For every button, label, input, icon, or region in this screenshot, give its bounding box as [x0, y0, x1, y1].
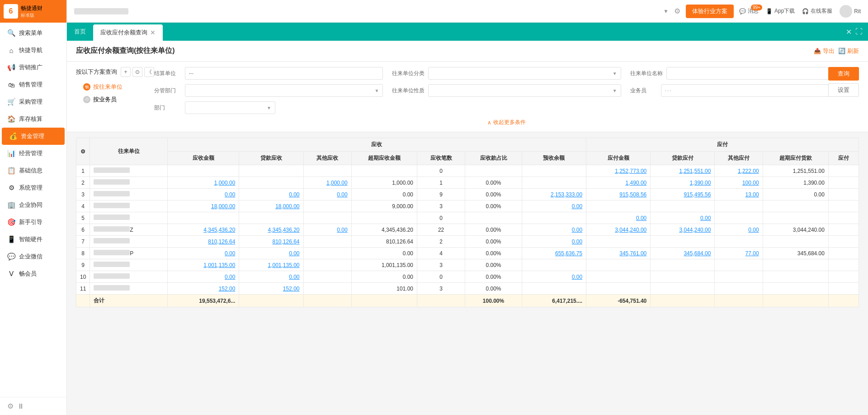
loan-recv-cell	[239, 165, 303, 177]
export-icon: 📤	[814, 48, 821, 54]
row-num: 2	[76, 177, 90, 189]
other-pay-cell: 0.00	[715, 224, 763, 236]
scheme-by-salesperson[interactable]: ⏱ 按业务员	[80, 94, 154, 105]
overdue-pay-cell	[763, 200, 828, 212]
partner-nature-arrow-icon: ▼	[613, 88, 617, 93]
topbar-msg[interactable]: 💬 消息 99+	[739, 7, 759, 15]
footer-recv-ratio: 100.00%	[465, 295, 522, 307]
topbar-gear-icon[interactable]: ⚙	[674, 7, 680, 15]
sidebar-item-system[interactable]: ⚙ 系统管理	[0, 179, 66, 196]
sidebar-item-inventory[interactable]: 🏠 库存核算	[0, 110, 66, 128]
sidebar-item-search[interactable]: 🔍 搜索菜单	[0, 24, 66, 42]
th-payable-group: 应付	[586, 138, 859, 152]
pay-suffix-cell	[828, 177, 859, 189]
other-pay-cell: 77.00	[715, 248, 763, 259]
sidebar-item-basic[interactable]: 📋 基础信息	[0, 162, 66, 179]
system-icon: ⚙	[7, 184, 15, 192]
solution-button[interactable]: 体验行业方案	[686, 5, 734, 18]
recv-count-cell: 2	[417, 236, 465, 248]
pay-suffix-cell	[828, 248, 859, 259]
th-prepay-bal: 预收余额	[522, 152, 586, 165]
overdue-pay-cell	[763, 236, 828, 248]
sidebar-item-operation[interactable]: 📊 经营管理	[0, 145, 66, 162]
settings-footer-btn[interactable]: ⚙	[7, 402, 14, 410]
refresh-button[interactable]: 🔄 刷新	[838, 47, 859, 55]
edit-scheme-btn[interactable]: ⊙	[132, 67, 142, 77]
table-footer-row: 合计 19,553,472,6... 100.00% 6,417,215....…	[76, 295, 859, 307]
prepay-bal-cell	[522, 212, 586, 224]
finance-icon: 💰	[9, 132, 17, 140]
salesperson-label: 业务员	[630, 87, 657, 95]
sidebar-item-quicknav[interactable]: ⌂ 快捷导航	[0, 42, 66, 59]
settings-button[interactable]: 设置	[828, 83, 859, 97]
partner-cell	[90, 283, 167, 295]
overdue-recv-cell: 101.00	[351, 283, 417, 295]
recv-ratio-cell: 0.00%	[465, 248, 522, 259]
sidebar-item-guide[interactable]: 🎯 新手引导	[0, 214, 66, 231]
table-settings-icon[interactable]: ⚙	[80, 148, 85, 155]
home-icon: ⌂	[7, 47, 15, 54]
filter-collapse-btn[interactable]: ∧ 收起更多条件	[154, 119, 859, 126]
tab-maximize-icon[interactable]: ⛶	[855, 28, 863, 36]
other-pay-cell	[715, 212, 763, 224]
footer-prepay-bal: 6,417,215....	[522, 295, 586, 307]
sidebar-item-label: 新手引导	[19, 218, 42, 226]
sidebar-item-hardware[interactable]: 📱 智能硬件	[0, 231, 66, 248]
topbar-service[interactable]: 🎧 在线客服	[802, 7, 832, 15]
other-recv-cell	[303, 283, 351, 295]
user-avatar	[840, 5, 852, 18]
tab-receivable-query[interactable]: 应收应付余额查询 ✕	[93, 24, 163, 41]
partner-category-arrow-icon: ▼	[613, 71, 617, 76]
sidebar-item-label: 搜索菜单	[19, 29, 42, 37]
partner-category-input[interactable]: ▼	[428, 67, 621, 80]
add-scheme-btn[interactable]: +	[121, 67, 131, 77]
pay-amt-cell: 1,490.00	[586, 177, 651, 189]
branch-dept-input[interactable]: ▼	[185, 84, 383, 97]
loan-recv-cell: 0.00	[239, 189, 303, 200]
query-button[interactable]: 查询	[828, 67, 859, 81]
filter-row-2: 分管部门 ▼ 往来单位性质 ▼	[154, 84, 859, 97]
partner-category-label: 往来单位分类	[392, 70, 425, 77]
overdue-pay-cell	[763, 283, 828, 295]
partner-cell	[90, 177, 167, 189]
prepay-bal-cell: 655,636.75	[522, 248, 586, 259]
filter-header-btns: + ⊙ 《	[121, 67, 154, 77]
footer-settings-cell	[76, 295, 90, 307]
recv-count-cell: 3	[417, 259, 465, 271]
topbar-app[interactable]: 📱 App下载	[766, 7, 795, 15]
tab-close-icon[interactable]: ✕	[150, 29, 156, 36]
topbar-user[interactable]: Rit	[840, 5, 861, 18]
tab-home-label: 首页	[74, 28, 86, 36]
sidebar-item-finance[interactable]: 💰 资金管理	[2, 128, 65, 145]
loan-recv-cell: 18,000.00	[239, 200, 303, 212]
tab-home[interactable]: 首页	[67, 23, 93, 41]
other-recv-cell: 0.00	[303, 189, 351, 200]
topbar-dropdown-icon[interactable]: ▼	[663, 8, 669, 14]
row-num: 1	[76, 165, 90, 177]
pay-amt-cell: 1,252,773.00	[586, 165, 651, 177]
sidebar-item-member[interactable]: Ⅴ 畅会员	[0, 265, 66, 282]
sidebar-item-marketing[interactable]: 📢 营销推广	[0, 59, 66, 76]
sidebar-item-sales[interactable]: 🛍 销售管理	[0, 76, 66, 93]
sidebar-item-weixin[interactable]: 💬 企业微信	[0, 248, 66, 265]
tab-close-window-icon[interactable]: ✕	[846, 28, 852, 36]
partner-nature-input[interactable]: ▼	[428, 84, 621, 97]
sidebar-item-enterprise[interactable]: 🏢 企业协同	[0, 196, 66, 214]
more-scheme-btn[interactable]: 《	[144, 67, 154, 77]
service-label: 在线客服	[811, 7, 832, 15]
export-button[interactable]: 📤 导出	[814, 47, 835, 55]
department-input[interactable]: ▼	[185, 101, 275, 114]
scheme-by-partner[interactable]: 畅 按往来单位	[80, 81, 154, 92]
sidebar-item-purchase[interactable]: 🛒 采购管理	[0, 93, 66, 110]
th-pay-suffix: 应付	[828, 152, 859, 165]
department-label: 部门	[154, 104, 181, 112]
inventory-icon: 🏠	[7, 115, 15, 123]
footer-pay-suffix	[828, 295, 859, 307]
weixin-icon: 💬	[7, 253, 15, 261]
loan-pay-cell: 345,684.00	[651, 248, 715, 259]
settlement-unit-input[interactable]: ···	[185, 67, 383, 80]
footer-loan-pay	[651, 295, 715, 307]
footer-pay-amt: -654,751.40	[586, 295, 651, 307]
collapse-sidebar-btn[interactable]: ⏸	[17, 402, 24, 410]
overdue-pay-cell	[763, 212, 828, 224]
